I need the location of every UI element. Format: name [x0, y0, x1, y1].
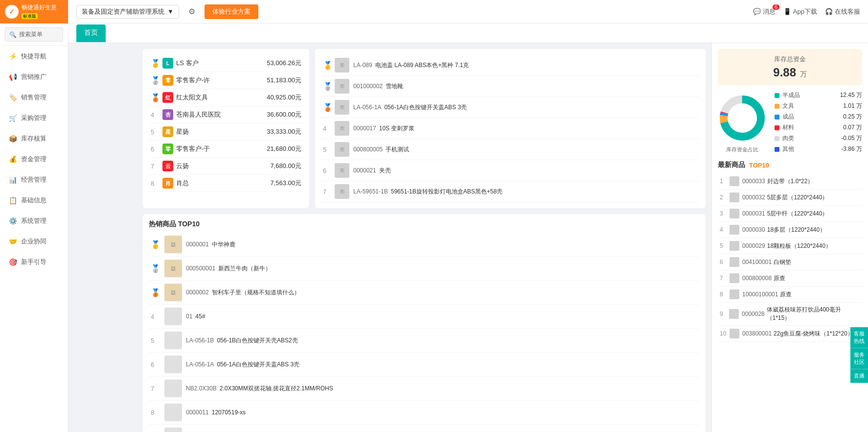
table-row[interactable]: 8 肖 肖总 7,563.00元	[149, 175, 303, 192]
avatar: 星	[162, 126, 173, 137]
rank-medal: 6	[151, 145, 162, 153]
hot-products-card: 热销商品 TOP10 🥇 🖼 0000001 中华神鹿 🥈 🖼 00050000…	[143, 214, 706, 432]
sidebar-item-cooperation[interactable]: 🤝 企业协同	[0, 231, 68, 252]
product-name: 体崴荔枝味苏打饮品400毫升（1*15）	[767, 306, 860, 322]
rank-number: 6	[151, 361, 164, 368]
product-name: 45#	[195, 313, 205, 320]
customer-name: 红太阳文具	[176, 93, 267, 102]
product-thumbnail	[730, 241, 739, 251]
sidebar-item-system[interactable]: ⚙️ 系统管理	[0, 211, 68, 231]
system-selector[interactable]: 装备及固定资产辅助管理系统 ▼	[76, 5, 179, 19]
product-thumbnail	[730, 273, 739, 283]
product-name: 056-1A白色按键开关盖ABS 3壳	[217, 360, 299, 369]
table-row[interactable]: 🥈 零 零售客户-许 51,183.00元	[149, 72, 303, 89]
sidebar-item-basic[interactable]: 📋 基础信息	[0, 190, 68, 211]
list-item[interactable]: 4 01 45#	[149, 305, 700, 329]
rank-medal: 🥇	[151, 59, 162, 68]
settings-button[interactable]: ⚙	[185, 5, 199, 19]
table-row[interactable]: 4 杏 苍南县人民医院 36,600.00元	[149, 106, 303, 123]
list-item[interactable]: 🥇 🖼 0000001 中华神鹿	[149, 233, 700, 257]
list-item[interactable]: 5 0000029 18颗粒板（1220*2440）	[718, 238, 862, 254]
rank-number: 5	[151, 337, 164, 344]
legend-item: 成品 0.25 万	[775, 113, 862, 121]
table-row[interactable]: 7 云 云扬 7,680.00元	[149, 158, 303, 175]
avatar: 肖	[162, 178, 173, 189]
rank-number: 7	[151, 385, 164, 392]
list-item[interactable]: 6 LA-056-1A 056-1A白色按键开关盖ABS 3壳	[149, 353, 700, 377]
table-row[interactable]: 🥇 L LS 客户 53,006.26元	[149, 55, 303, 72]
list-item[interactable]: 4 0000030 18多层（1220*2440）	[718, 222, 862, 238]
avatar: 杏	[162, 109, 173, 120]
inventory-amount: 9.88 万	[724, 66, 856, 79]
list-item[interactable]: 🥈 🖼 000500001 新西兰牛肉（新牛）	[149, 257, 700, 281]
float-action-button[interactable]: 客服热线	[850, 327, 868, 348]
list-item[interactable]: 5 LA-056-1B 056-1B白色按键开关壳ABS2壳	[149, 329, 700, 353]
rank-number: 8	[720, 291, 730, 298]
product-code: 0000017	[353, 125, 376, 132]
product-thumbnail	[164, 332, 182, 349]
basic-icon: 📋	[8, 196, 17, 205]
list-item[interactable]: 🥉 🖼 0000002 智利车子里（规格不知道填什么）	[149, 281, 700, 305]
sidebar-item-inventory[interactable]: 📦 库存核算	[0, 128, 68, 149]
product-name: 手机测试	[386, 145, 409, 154]
trial-button[interactable]: 体验行业方案	[205, 4, 258, 19]
online-service-button[interactable]: 🎧 在线客服	[825, 7, 860, 16]
rank-number: 5	[720, 242, 730, 249]
sidebar-item-shortcut[interactable]: ⚡ 快捷导航	[0, 46, 68, 67]
product-name: 电池盖 LA-089 ABS本色+黑种 7.1克	[375, 61, 469, 70]
logo-icon: ✓	[5, 5, 19, 19]
list-item[interactable]: 6 004100001 白钢垫	[718, 254, 862, 270]
float-action-button[interactable]: 服务社区	[850, 348, 868, 369]
list-item[interactable]: 4 图 0000017 10S 变刺罗浆	[321, 118, 700, 139]
list-item[interactable]: 10 003800001 22g鱼豆腐-烧烤味（1*12*20）	[718, 326, 862, 342]
float-action-button[interactable]: 直播	[850, 369, 868, 383]
customer-name: 零售客户-许	[176, 76, 267, 85]
table-row[interactable]: 5 星 星扬 33,333.00元	[149, 123, 303, 141]
table-row[interactable]: 🥉 红 红太阳文具 40,925.00元	[149, 89, 303, 106]
list-item[interactable]: 7 NB2.0X30B 2.0X30MM双搓花轴.搓花直径2.1MM/ROHS	[149, 377, 700, 401]
legend-name: 文具	[782, 102, 840, 110]
list-item[interactable]: 9 KK-SD22110H 花语萌恒温分罐罐袋（厚款）	[149, 425, 700, 432]
avatar: 云	[162, 161, 173, 171]
sidebar-item-sales[interactable]: 🏷️ 销售管理	[0, 87, 68, 108]
sidebar-item-finance[interactable]: 💰 资金管理	[0, 149, 68, 169]
list-item[interactable]: 8 0000011 12070519-xs	[149, 401, 700, 425]
product-thumbnail	[164, 428, 182, 432]
list-item[interactable]: 5 图 000800005 手机测试	[321, 139, 700, 160]
list-item[interactable]: 🥇 图 LA-089 电池盖 LA-089 ABS本色+黑种 7.1克	[321, 55, 700, 76]
list-item[interactable]: 7 图 LA-59651-1B 59651-1B旋转投影灯电池盒ABS黑色+58…	[321, 181, 700, 202]
list-item[interactable]: 3 0000031 5层中纤（1220*2440）	[718, 206, 862, 222]
list-item[interactable]: 🥈 图 001000002 雪地靴	[321, 76, 700, 97]
rank-number: 8	[151, 409, 164, 416]
app-download-button[interactable]: 📱 App下载	[783, 7, 817, 16]
list-item[interactable]: 7 000800008 原查	[718, 270, 862, 287]
message-icon: 💬	[753, 8, 761, 15]
list-item[interactable]: 8 10000100001 原查	[718, 287, 862, 303]
product-name: 59651-1B旋转投影灯电池盒ABS黑色+58壳	[391, 188, 503, 196]
rank-number: 1	[720, 178, 730, 185]
product-code: 10000100001	[742, 291, 778, 298]
legend-color	[775, 136, 779, 141]
rank-number: 🥈	[323, 82, 335, 91]
list-item[interactable]: 1 0000033 封边带（1.0*22）	[718, 173, 862, 190]
rank-number: 🥉	[151, 288, 164, 297]
list-item[interactable]: 🥉 图 LA-056-1A 056-1A白色按键开关盖ABS 3壳	[321, 97, 700, 118]
search-menu-button[interactable]: 🔍 搜索菜单	[5, 27, 63, 42]
table-row[interactable]: 6 零 零售客户-于 21,680.00元	[149, 141, 303, 158]
sidebar-item-marketing[interactable]: 📢 营销推广	[0, 67, 68, 87]
tab-home[interactable]: 首页	[76, 24, 106, 42]
list-item[interactable]: 2 0000032 5层多层（1220*2440）	[718, 190, 862, 206]
list-item[interactable]: 9 0000028 体崴荔枝味苏打饮品400毫升（1*15）	[718, 303, 862, 326]
sidebar-nav: ⚡ 快捷导航 📢 营销推广 🏷️ 销售管理 🛒 采购管理 📦 库存核算 💰 资金…	[0, 46, 68, 432]
message-button[interactable]: 💬 消息 6	[753, 7, 776, 16]
inventory-icon: 📦	[8, 134, 17, 143]
list-item[interactable]: 6 图 0000021 夹壳	[321, 160, 700, 181]
sidebar-item-purchase[interactable]: 🛒 采购管理	[0, 108, 68, 128]
page-tabs: 首页	[69, 24, 868, 43]
inventory-total-card: 库存总资金 9.88 万	[718, 49, 862, 85]
sidebar-item-guide[interactable]: 🎯 新手引导	[0, 252, 68, 272]
sidebar-item-operations[interactable]: 📊 经营管理	[0, 169, 68, 190]
product-name: 056-1A白色按键开关盖ABS 3壳	[384, 103, 467, 112]
rank-medal: 8	[151, 180, 162, 187]
inventory-legend: 半成品 12.45 万 文具 1.01 万 成品 0.25 万 材料 0.07 …	[775, 91, 862, 156]
